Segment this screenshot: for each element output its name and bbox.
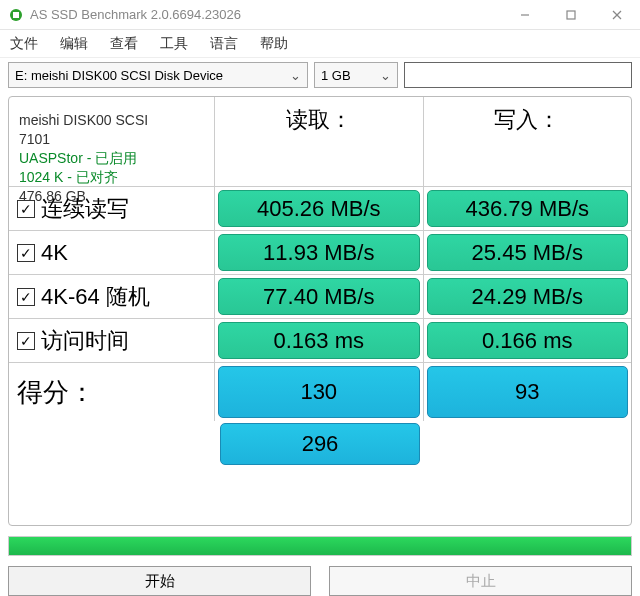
maximize-button[interactable]	[548, 0, 594, 30]
row-total: 296	[9, 421, 631, 471]
score-read-value: 130	[218, 366, 420, 418]
chevron-down-icon: ⌄	[374, 68, 391, 83]
row-4k: ✓ 4K 11.93 MB/s 25.45 MB/s	[9, 231, 631, 275]
score-write-value: 93	[427, 366, 629, 418]
device-select[interactable]: E: meishi DISK00 SCSI Disk Device ⌄	[8, 62, 308, 88]
path-input[interactable]	[404, 62, 632, 88]
score-label: 得分：	[9, 363, 215, 421]
4k-read-value: 11.93 MB/s	[218, 234, 420, 271]
device-sub: 7101	[19, 130, 148, 149]
score-total-value: 296	[220, 423, 420, 465]
progress-fill	[9, 537, 631, 555]
device-info-cell: meishi DISK00 SCSI 7101 UASPStor - 已启用 1…	[9, 97, 215, 187]
checkbox-seq[interactable]: ✓	[17, 200, 35, 218]
header-read: 读取：	[215, 97, 424, 187]
titlebar: AS SSD Benchmark 2.0.6694.23026	[0, 0, 640, 30]
seq-write-value: 436.79 MB/s	[427, 190, 629, 227]
device-name: meishi DISK00 SCSI	[19, 111, 148, 130]
header-write: 写入：	[424, 97, 632, 187]
row-4k64: ✓ 4K-64 随机 77.40 MB/s 24.29 MB/s	[9, 275, 631, 319]
menu-language[interactable]: 语言	[210, 35, 238, 53]
4k-write-value: 25.45 MB/s	[427, 234, 629, 271]
menu-tools[interactable]: 工具	[160, 35, 188, 53]
label-seq: 连续读写	[41, 194, 129, 224]
row-seq: ✓ 连续读写 405.26 MB/s 436.79 MB/s	[9, 187, 631, 231]
checkbox-4k64[interactable]: ✓	[17, 288, 35, 306]
access-write-value: 0.166 ms	[427, 322, 629, 359]
progress-bar	[8, 536, 632, 556]
button-row: 开始 中止	[8, 566, 632, 596]
checkbox-access[interactable]: ✓	[17, 332, 35, 350]
app-icon	[8, 7, 24, 23]
minimize-button[interactable]	[502, 0, 548, 30]
device-uasp: UASPStor - 已启用	[19, 149, 148, 168]
device-align: 1024 K - 已对齐	[19, 168, 148, 187]
menu-view[interactable]: 查看	[110, 35, 138, 53]
label-access: 访问时间	[41, 326, 129, 356]
results-panel: meishi DISK00 SCSI 7101 UASPStor - 已启用 1…	[8, 96, 632, 526]
menu-help[interactable]: 帮助	[260, 35, 288, 53]
4k64-write-value: 24.29 MB/s	[427, 278, 629, 315]
start-button[interactable]: 开始	[8, 566, 311, 596]
label-4k: 4K	[41, 240, 68, 266]
seq-read-value: 405.26 MB/s	[218, 190, 420, 227]
stop-button[interactable]: 中止	[329, 566, 632, 596]
row-score: 得分： 130 93	[9, 363, 631, 421]
4k64-read-value: 77.40 MB/s	[218, 278, 420, 315]
toolbar: E: meishi DISK00 SCSI Disk Device ⌄ 1 GB…	[0, 58, 640, 92]
svg-rect-1	[13, 12, 19, 18]
label-4k64: 4K-64 随机	[41, 282, 150, 312]
menubar: 文件 编辑 查看 工具 语言 帮助	[0, 30, 640, 58]
row-access: ✓ 访问时间 0.163 ms 0.166 ms	[9, 319, 631, 363]
close-button[interactable]	[594, 0, 640, 30]
menu-edit[interactable]: 编辑	[60, 35, 88, 53]
size-select[interactable]: 1 GB ⌄	[314, 62, 398, 88]
window-title: AS SSD Benchmark 2.0.6694.23026	[30, 7, 241, 22]
header-row: meishi DISK00 SCSI 7101 UASPStor - 已启用 1…	[9, 97, 631, 187]
access-read-value: 0.163 ms	[218, 322, 420, 359]
size-select-value: 1 GB	[321, 68, 351, 83]
device-select-value: E: meishi DISK00 SCSI Disk Device	[15, 68, 223, 83]
menu-file[interactable]: 文件	[10, 35, 38, 53]
checkbox-4k[interactable]: ✓	[17, 244, 35, 262]
chevron-down-icon: ⌄	[284, 68, 301, 83]
svg-rect-3	[567, 11, 575, 19]
